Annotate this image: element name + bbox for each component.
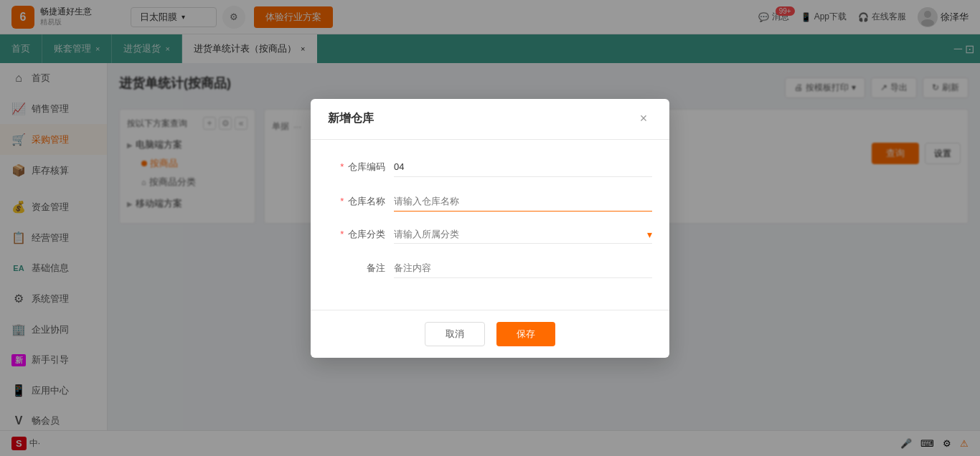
warehouse-code-row: * 仓库编码 <box>328 157 652 177</box>
category-select-wrap[interactable]: ▾ <box>394 226 652 244</box>
required-mark-code: * <box>340 161 344 172</box>
category-select-input[interactable] <box>394 229 647 239</box>
modal-body: * 仓库编码 * 仓库名称 * 仓库分类 <box>311 140 669 310</box>
modal-overlay: 新增仓库 × * 仓库编码 * 仓库名称 <box>0 0 980 456</box>
name-label: * 仓库名称 <box>328 195 385 208</box>
modal-title: 新增仓库 <box>328 111 374 126</box>
warehouse-name-row: * 仓库名称 <box>328 191 652 212</box>
code-label: * 仓库编码 <box>328 161 385 174</box>
warehouse-category-row: * 仓库分类 ▾ <box>328 226 652 244</box>
remark-input[interactable] <box>394 258 652 278</box>
warehouse-name-input[interactable] <box>394 191 652 212</box>
remark-label: 备注 <box>328 262 385 275</box>
category-dropdown-arrow: ▾ <box>647 229 652 240</box>
required-mark-category: * <box>340 229 344 239</box>
modal-close-button[interactable]: × <box>635 110 652 128</box>
remark-row: 备注 <box>328 258 652 278</box>
cancel-button[interactable]: 取消 <box>425 322 485 346</box>
add-warehouse-modal: 新增仓库 × * 仓库编码 * 仓库名称 <box>311 99 669 358</box>
category-label: * 仓库分类 <box>328 228 385 241</box>
save-button[interactable]: 保存 <box>496 322 555 346</box>
warehouse-code-input[interactable] <box>394 157 652 177</box>
modal-footer: 取消 保存 <box>311 310 669 358</box>
modal-header: 新增仓库 × <box>311 99 669 140</box>
required-mark-name: * <box>340 196 344 206</box>
